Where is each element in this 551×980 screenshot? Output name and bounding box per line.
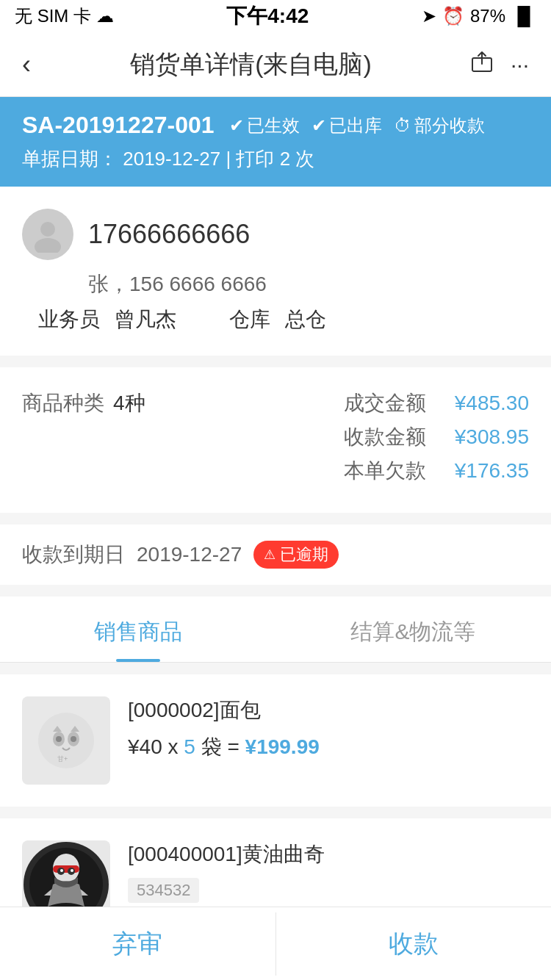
status-left: 无 SIM 卡 ☁: [15, 4, 114, 28]
avatar: [22, 209, 73, 260]
product-info-1: [0000002]面包 ¥40 x 5 袋 = ¥199.99: [128, 696, 529, 761]
collect-payment-button[interactable]: 收款: [276, 912, 552, 976]
warehouse-item: 仓库 总仓: [220, 306, 326, 334]
overdue-text: 已逾期: [280, 544, 328, 566]
nav-bar: ‹ 销货单详情(来自电脑) ···: [0, 32, 551, 97]
product-total-1: ¥199.99: [245, 735, 320, 758]
more-icon[interactable]: ···: [511, 52, 529, 77]
svg-rect-12: [53, 865, 79, 873]
share-icon[interactable]: [471, 51, 493, 78]
clock-icon: ⏱: [394, 115, 411, 136]
print-count: 2: [280, 148, 290, 170]
order-date: 2019-12-27: [123, 148, 220, 170]
check-icon-2: ✔: [311, 115, 326, 136]
bottom-bar: 弃审 收款: [0, 907, 551, 980]
order-id: SA-20191227-001: [22, 112, 215, 139]
divider-2: [0, 585, 551, 597]
alarm-icon: ⏰: [442, 6, 464, 26]
customer-meta: 业务员 曾凡杰 仓库 总仓: [22, 306, 529, 334]
battery-label: 87%: [470, 6, 505, 26]
tab-settlement[interactable]: 结算&物流等: [276, 597, 551, 662]
tabs: 销售商品 结算&物流等: [0, 597, 551, 663]
location-icon: ➤: [422, 6, 436, 26]
battery-icon: ▐▌: [511, 6, 536, 26]
deal-amount: ¥485.30: [441, 392, 529, 415]
check-icon-1: ✔: [229, 115, 244, 136]
status-tags: ✔ 已生效 ✔ 已出库 ⏱ 部分收款: [229, 114, 485, 137]
tab-sales-products[interactable]: 销售商品: [0, 597, 276, 662]
customer-section: 17666666666 张，156 6666 6666 业务员 曾凡杰 仓库 总…: [0, 187, 551, 356]
customer-phone: 17666666666: [88, 219, 250, 250]
overdue-badge: ⚠ 已逾期: [253, 541, 339, 569]
svg-point-16: [71, 869, 73, 872]
deal-amount-row: 成交金额 ¥485.30: [344, 389, 529, 417]
product-item: 甘+ [0000002]面包 ¥40 x 5 袋 = ¥199.99: [0, 674, 551, 807]
debt-amount: ¥176.35: [441, 459, 529, 483]
nav-actions: ···: [471, 51, 529, 78]
product-qty-1: 5: [184, 735, 195, 758]
cancel-review-button[interactable]: 弃审: [0, 912, 276, 976]
status-bar: 无 SIM 卡 ☁ 下午4:42 ➤ ⏰ 87% ▐▌: [0, 0, 551, 32]
summary-section: 商品种类 4种 成交金额 ¥485.30 收款金额 ¥308.95 本单欠款 ¥…: [0, 367, 551, 513]
customer-name: 张，156 6666 6666: [22, 270, 529, 298]
status-tag-partial: ⏱ 部分收款: [394, 114, 485, 137]
product-price-1: ¥40 x 5 袋 = ¥199.99: [128, 733, 529, 761]
product-name-2: [000400001]黄油曲奇: [128, 840, 529, 868]
svg-point-7: [71, 736, 76, 742]
product-thumbnail-1: 甘+: [22, 696, 110, 785]
warning-icon: ⚠: [264, 547, 276, 563]
divider-1: [0, 356, 551, 367]
page-title: 销货单详情(来自电脑): [130, 48, 372, 82]
svg-point-6: [56, 736, 62, 742]
svg-point-15: [60, 869, 63, 872]
category-count: 4种: [113, 389, 145, 417]
status-time: 下午4:42: [226, 2, 309, 30]
svg-point-2: [35, 238, 61, 253]
salesperson-item: 业务员 曾凡杰: [29, 306, 176, 334]
status-tag-shipped: ✔ 已出库: [311, 114, 382, 137]
status-right: ➤ ⏰ 87% ▐▌: [422, 6, 536, 26]
debt-amount-row: 本单欠款 ¥176.35: [344, 457, 529, 485]
received-amount-row: 收款金额 ¥308.95: [344, 423, 529, 451]
summary-left: 商品种类 4种: [22, 389, 145, 417]
header-bar: SA-20191227-001 ✔ 已生效 ✔ 已出库 ⏱ 部分收款 单据日期：…: [0, 97, 551, 187]
summary-right: 成交金额 ¥485.30 收款金额 ¥308.95 本单欠款 ¥176.35: [344, 389, 529, 491]
product-tag-2: 534532: [128, 878, 199, 903]
back-button[interactable]: ‹: [22, 49, 31, 80]
status-tag-effective: ✔ 已生效: [229, 114, 300, 137]
salesperson-name: 曾凡杰: [115, 308, 176, 331]
payment-due-label: 收款到期日: [22, 541, 125, 569]
payment-due-date: 2019-12-27: [137, 543, 242, 566]
svg-point-1: [40, 222, 55, 237]
payment-due-section: 收款到期日 2019-12-27 ⚠ 已逾期: [0, 525, 551, 585]
sim-label: 无 SIM 卡 ☁: [15, 4, 114, 28]
svg-text:甘+: 甘+: [57, 755, 68, 763]
summary-row: 商品种类 4种 成交金额 ¥485.30 收款金额 ¥308.95 本单欠款 ¥…: [22, 389, 529, 491]
warehouse-name: 总仓: [285, 308, 326, 331]
customer-row: 17666666666: [22, 209, 529, 260]
product-name-1: [0000002]面包: [128, 696, 529, 724]
header-bar-bottom: 单据日期： 2019-12-27 | 打印 2 次: [22, 146, 529, 172]
received-amount: ¥308.95: [441, 425, 529, 449]
header-bar-top: SA-20191227-001 ✔ 已生效 ✔ 已出库 ⏱ 部分收款: [22, 112, 529, 139]
